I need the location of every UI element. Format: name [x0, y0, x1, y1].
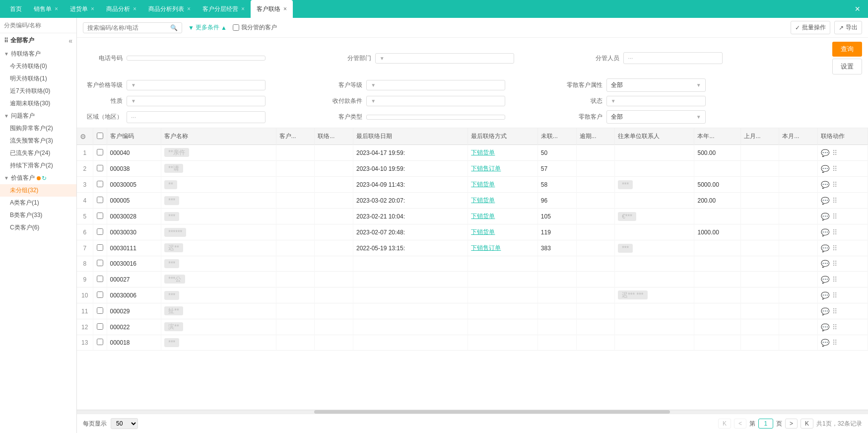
- window-close-button[interactable]: ×: [851, 4, 864, 14]
- row-checkbox-cell[interactable]: [93, 145, 107, 161]
- row-checkbox[interactable]: [97, 228, 103, 235]
- row-checkbox[interactable]: [97, 260, 103, 266]
- select-all-checkbox[interactable]: [97, 133, 103, 139]
- row-checkbox-cell[interactable]: [93, 177, 107, 193]
- group-problem-customers[interactable]: ▼ 问题客户: [0, 110, 76, 122]
- dept-input[interactable]: ▼: [375, 53, 514, 64]
- col-last-contact-date[interactable]: 最后联络日期: [353, 128, 467, 145]
- col-name[interactable]: 客户名称: [161, 128, 276, 145]
- row-checkbox[interactable]: [97, 323, 103, 330]
- grid-action-icon[interactable]: ⠿: [832, 244, 837, 252]
- batch-ops-button[interactable]: ✓ 批量操作: [791, 21, 830, 34]
- row-last-type[interactable]: [468, 288, 537, 303]
- col-code[interactable]: 客户编码: [107, 128, 161, 145]
- row-checkbox[interactable]: [97, 291, 103, 298]
- close-sales-order[interactable]: ×: [55, 5, 58, 12]
- grid-action-icon[interactable]: ⠿: [832, 197, 837, 205]
- reset-button[interactable]: 设置: [832, 59, 862, 74]
- close-purchase-order[interactable]: ×: [91, 5, 94, 12]
- grid-action-icon[interactable]: ⠿: [832, 213, 837, 220]
- prev-page-button[interactable]: <: [734, 419, 746, 429]
- grid-action-icon[interactable]: ⠿: [832, 260, 837, 268]
- sidebar-item-type-c[interactable]: C类客户(6): [0, 221, 76, 234]
- customer-type-input[interactable]: [366, 115, 505, 120]
- grid-action-icon[interactable]: ⠿: [832, 307, 837, 315]
- search-icon[interactable]: 🔍: [170, 24, 178, 31]
- close-customer-contact[interactable]: ×: [283, 5, 287, 12]
- row-checkbox-cell[interactable]: [93, 335, 107, 351]
- row-last-type[interactable]: 下销货单: [468, 224, 537, 240]
- refresh-icon[interactable]: ↻: [42, 175, 47, 182]
- close-product-analysis-list[interactable]: ×: [187, 5, 191, 12]
- select-all-column[interactable]: [93, 128, 107, 145]
- grid-action-icon[interactable]: ⠿: [832, 276, 837, 284]
- col-this-month[interactable]: 本月...: [779, 128, 818, 145]
- next-page-button[interactable]: >: [785, 419, 798, 429]
- row-checkbox[interactable]: [97, 165, 103, 171]
- row-checkbox[interactable]: [97, 197, 103, 203]
- chat-icon[interactable]: 💬: [821, 291, 829, 299]
- row-checkbox[interactable]: [97, 213, 103, 219]
- row-last-type[interactable]: [468, 319, 537, 335]
- nature-input[interactable]: ▼: [127, 96, 266, 106]
- nav-customer-segment[interactable]: 客户分层经营 ×: [197, 0, 251, 18]
- chat-icon[interactable]: 💬: [821, 197, 829, 205]
- last-contact-link[interactable]: 下销货单: [471, 213, 495, 219]
- chat-icon[interactable]: 💬: [821, 276, 829, 284]
- last-contact-link[interactable]: 下销货单: [471, 197, 495, 204]
- scrollbar-thumb[interactable]: [314, 410, 670, 414]
- sidebar-item-declining[interactable]: 持续下滑客户(2): [0, 159, 76, 172]
- row-checkbox-cell[interactable]: [93, 209, 107, 224]
- col-this-year[interactable]: 本年...: [694, 128, 740, 145]
- row-checkbox-cell[interactable]: [93, 193, 107, 209]
- row-checkbox-cell[interactable]: [93, 161, 107, 177]
- nav-purchase-order[interactable]: 进货单 ×: [64, 0, 100, 18]
- horizontal-scrollbar[interactable]: [77, 410, 868, 414]
- row-checkbox-cell[interactable]: [93, 224, 107, 240]
- chat-icon[interactable]: 💬: [821, 181, 829, 189]
- chat-icon[interactable]: 💬: [821, 149, 829, 157]
- row-last-type[interactable]: 下销货单: [468, 209, 537, 224]
- row-checkbox-cell[interactable]: [93, 303, 107, 319]
- group-pending-contact[interactable]: ▼ 待联络客户: [0, 48, 76, 60]
- grid-action-icon[interactable]: ⠿: [832, 228, 837, 236]
- last-contact-link[interactable]: 下销货单: [471, 181, 495, 188]
- sidebar-item-abnormal-purchase[interactable]: 囤购异常客户(2): [0, 122, 76, 135]
- nav-product-analysis-list[interactable]: 商品分析列表 ×: [142, 0, 197, 18]
- retail-customer-input[interactable]: 全部 ▼: [606, 110, 706, 124]
- row-last-type[interactable]: [468, 303, 537, 319]
- row-checkbox[interactable]: [97, 181, 103, 187]
- last-page-button[interactable]: K: [801, 419, 813, 429]
- chat-icon[interactable]: 💬: [821, 323, 829, 331]
- search-input[interactable]: [87, 24, 170, 31]
- chat-icon[interactable]: 💬: [821, 165, 829, 173]
- nav-home[interactable]: 首页: [4, 0, 28, 18]
- query-button[interactable]: 查询: [832, 42, 862, 57]
- customer-level-input[interactable]: ▼: [366, 80, 505, 90]
- chat-icon[interactable]: 💬: [821, 339, 829, 347]
- col-contact[interactable]: 联络...: [315, 128, 353, 145]
- last-contact-link[interactable]: 下销售订单: [471, 244, 501, 251]
- my-customers-checkbox[interactable]: 我分管的客户: [233, 23, 277, 32]
- row-last-type[interactable]: [468, 272, 537, 288]
- col-not-contacted[interactable]: 未联...: [537, 128, 576, 145]
- page-number-input[interactable]: [758, 419, 773, 429]
- sidebar-item-7day-pending[interactable]: 近7天待联络(0): [0, 85, 76, 97]
- grid-action-icon[interactable]: ⠿: [832, 291, 837, 299]
- row-checkbox-cell[interactable]: [93, 319, 107, 335]
- chat-icon[interactable]: 💬: [821, 260, 829, 268]
- first-page-button[interactable]: K: [718, 419, 731, 429]
- row-checkbox[interactable]: [97, 339, 103, 345]
- grid-action-icon[interactable]: ⠿: [832, 165, 837, 173]
- sidebar-item-today-pending[interactable]: 今天待联络(0): [0, 60, 76, 72]
- chat-icon[interactable]: 💬: [821, 213, 829, 220]
- chat-icon[interactable]: 💬: [821, 228, 829, 236]
- region-input[interactable]: ···: [127, 111, 266, 123]
- nav-customer-contact[interactable]: 客户联络 ×: [251, 0, 293, 18]
- price-level-input[interactable]: ▼: [127, 80, 266, 90]
- row-checkbox-cell[interactable]: [93, 240, 107, 256]
- row-last-type[interactable]: 下销货单: [468, 145, 537, 161]
- sidebar-item-ungrouped[interactable]: 未分组(32): [0, 184, 76, 197]
- status-input[interactable]: ▼: [606, 96, 706, 106]
- payment-input[interactable]: ▼: [366, 96, 505, 106]
